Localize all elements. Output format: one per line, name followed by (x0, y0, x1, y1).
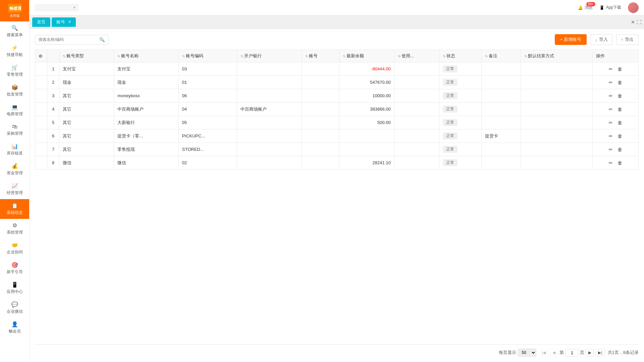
edit-button[interactable]: ✏ (607, 160, 614, 166)
row-default-settlement (521, 62, 592, 76)
first-page-button[interactable]: |◀ (539, 349, 548, 356)
edit-button[interactable]: ✏ (607, 66, 614, 72)
delete-button[interactable]: 🗑 (616, 133, 624, 139)
page-number-input[interactable] (565, 349, 579, 357)
row-account (302, 89, 339, 103)
row-num: 8 (47, 156, 59, 170)
row-usage (394, 156, 439, 170)
maximize-tab-button[interactable]: ⛶ (637, 19, 641, 25)
column-account[interactable]: ⇅ 账号 (302, 50, 339, 62)
row-remark (482, 89, 521, 103)
row-select-cell (35, 76, 47, 89)
column-code[interactable]: ⇅ 账号编码 (178, 50, 237, 62)
page-suffix-label: 页 (580, 350, 584, 356)
close-tab-button[interactable]: ✕ (631, 19, 635, 25)
row-type: 其它 (59, 116, 114, 129)
notification-button[interactable]: 🔔 消息 99+ (578, 5, 593, 10)
sidebar-item-search-menu[interactable]: 🔍 搜索菜单 (0, 21, 29, 41)
sidebar-item-operation-manage[interactable]: 📈 经营管理 (0, 179, 29, 199)
dropdown-icon[interactable]: ▾ (73, 5, 75, 10)
add-account-label: + 新增账号 (560, 37, 581, 43)
row-default-settlement (521, 89, 592, 103)
edit-button[interactable]: ✏ (607, 79, 614, 86)
row-status: 正常 (439, 116, 481, 129)
per-page-label: 每页显示 (499, 350, 516, 356)
row-default-settlement (521, 116, 592, 129)
row-balance: 500.00 (339, 116, 394, 129)
delete-button[interactable]: 🗑 (616, 146, 624, 153)
sidebar-item-ecommerce-manage[interactable]: 💻 电商管理 (0, 101, 29, 120)
top-search-box[interactable]: ▾ (35, 4, 79, 11)
delete-button[interactable]: 🗑 (616, 93, 624, 99)
edit-button[interactable]: ✏ (607, 93, 614, 99)
sidebar-item-retail-manage[interactable]: 🛒 零售管理 (0, 61, 29, 81)
column-gear[interactable]: ⚙ (35, 50, 47, 62)
app-download-button[interactable]: 📱 App下载 (599, 5, 621, 10)
column-status[interactable]: ⇅ 状态 (439, 50, 481, 62)
sidebar-item-quick-nav[interactable]: ⚡ 快捷导航 (0, 41, 29, 61)
sidebar-item-enterprise-agreement[interactable]: 🤝 企业协同 (0, 239, 29, 258)
search-button[interactable]: 🔍 (96, 35, 108, 44)
sidebar-item-wholesale-manage[interactable]: 📦 批发管理 (0, 81, 29, 101)
sidebar-item-new-guide[interactable]: 🎯 新手引导 (0, 258, 29, 278)
sort-icon: ⇅ (63, 54, 65, 58)
wechat-icon: 💬 (11, 301, 18, 308)
add-account-button[interactable]: + 新增账号 (555, 34, 587, 45)
sidebar-item-member[interactable]: 👤 畅会员 (0, 318, 29, 338)
sidebar-item-finance-manage[interactable]: 💰 资金管理 (0, 160, 29, 179)
prev-page-button[interactable]: ◀ (550, 349, 558, 356)
column-type[interactable]: ⇅ 账号类型 (59, 50, 114, 62)
row-name: 支付宝 (114, 62, 179, 76)
edit-button[interactable]: ✏ (607, 133, 614, 139)
row-account (302, 103, 339, 116)
tab-controls: ✕ ⛶ (631, 19, 641, 25)
next-page-button[interactable]: ▶ (586, 349, 594, 356)
row-code: STORED... (178, 143, 237, 156)
app-download-icon: 📱 (599, 5, 604, 10)
column-bank[interactable]: ⇅ 开户银行 (237, 50, 302, 62)
row-actions: ✏ 🗑 (592, 156, 638, 170)
edit-button[interactable]: ✏ (607, 106, 614, 113)
edit-button[interactable]: ✏ (607, 119, 614, 126)
sidebar-item-system-manage[interactable]: ⚙ 系统管理 (0, 219, 29, 239)
tab-home[interactable]: 首页 (32, 17, 50, 27)
row-balance: 547670.00 (339, 76, 394, 89)
main-content: ▾ 🔔 消息 99+ 📱 App下载 首页 账号 ✕ (30, 0, 644, 362)
sidebar-item-purchase-manage[interactable]: 🛍 采购管理 (0, 120, 29, 140)
delete-button[interactable]: 🗑 (616, 79, 624, 86)
sidebar-item-enterprise-wechat[interactable]: 💬 企业微信 (0, 298, 29, 318)
delete-button[interactable]: 🗑 (616, 160, 624, 166)
export-button[interactable]: ↑ 导出 (616, 34, 639, 45)
row-actions: ✏ 🗑 (592, 103, 638, 116)
sidebar-item-app-center[interactable]: 📱 应用中心 (0, 278, 29, 298)
search-input[interactable] (35, 35, 96, 44)
sidebar-item-label: 资金管理 (7, 170, 23, 176)
search-box[interactable]: 🔍 (35, 35, 109, 45)
column-name[interactable]: ⇅ 账号名称 (114, 50, 179, 62)
column-balance[interactable]: ⇅ 最新余额 (339, 50, 394, 62)
tab-home-label: 首页 (37, 19, 46, 25)
status-badge: 正常 (443, 106, 458, 113)
app-center-icon: 📱 (11, 282, 18, 288)
sidebar-item-basic-info[interactable]: 📋 基础信息 (0, 199, 29, 219)
page-nav: |◀ ◀ 第 页 ▶ ▶| (539, 349, 605, 357)
sidebar-item-inventory-check[interactable]: 📊 库存核算 (0, 140, 29, 160)
delete-button[interactable]: 🗑 (616, 106, 624, 113)
tab-account[interactable]: 账号 ✕ (52, 17, 76, 27)
top-search-input[interactable] (38, 5, 72, 10)
column-remark[interactable]: ⇅ 备注 (482, 50, 521, 62)
user-avatar[interactable] (628, 2, 639, 13)
column-usage[interactable]: ⇅ 使用... (394, 50, 439, 62)
delete-button[interactable]: 🗑 (616, 66, 624, 72)
last-page-button[interactable]: ▶| (595, 349, 605, 356)
per-page-select[interactable]: 50 100 200 (518, 349, 536, 357)
col-code-label: 账号编码 (186, 53, 203, 59)
edit-button[interactable]: ✏ (607, 146, 614, 153)
column-default-settlement[interactable]: ⇅ 默认结算方式 (521, 50, 592, 62)
table-row: 4 其它 中百商场账户 04 中百商场账户 383866.00 正常 ✏ 🗑 (35, 103, 639, 116)
col-name-label: 账号名称 (121, 53, 139, 59)
tab-close-icon[interactable]: ✕ (68, 20, 71, 24)
row-usage (394, 62, 439, 76)
delete-button[interactable]: 🗑 (616, 119, 624, 126)
import-button[interactable]: ↓ 导入 (590, 34, 613, 45)
